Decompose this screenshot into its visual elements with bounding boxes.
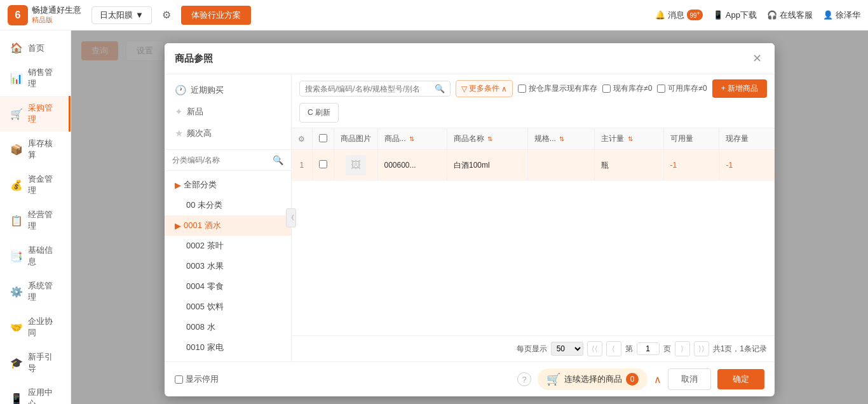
sidebar-item-4[interactable]: 💰资金管理: [0, 167, 71, 203]
th-unit[interactable]: 主计量 ⇅: [595, 128, 663, 150]
row-checkbox[interactable]: [319, 160, 327, 168]
filter-button[interactable]: ▽ 更多条件 ∧: [456, 80, 513, 97]
clock-icon: 🕐: [175, 84, 187, 96]
category-fruit[interactable]: 0003 水果: [165, 256, 291, 276]
page-number-input[interactable]: [637, 342, 660, 355]
category-search-input[interactable]: [172, 156, 269, 165]
sort-icon-code: ⇅: [409, 135, 414, 142]
sidebar-item-2[interactable]: 🛒采购管理: [0, 96, 71, 131]
product-table: ⚙ 商品图片 商品... ⇅ 商品名称: [292, 128, 775, 181]
product-table-container: ⚙ 商品图片 商品... ⇅ 商品名称: [292, 128, 775, 335]
search-icon[interactable]: 🔍: [435, 84, 445, 93]
sidebar-item-8[interactable]: 🤝企业协同: [0, 309, 71, 345]
nav-right: 🔔 消息 99+ 📱 App下载 🎧 在线客服 👤 徐泽华: [655, 10, 860, 21]
sort-icon-unit: ⇅: [628, 135, 633, 142]
logo-icon: 6: [8, 5, 28, 25]
category-all[interactable]: ▶ 全部分类: [165, 175, 291, 195]
th-available: 可用量: [663, 128, 719, 150]
notifications[interactable]: 🔔 消息 99+: [655, 10, 702, 21]
row-name: 白酒100ml: [447, 150, 527, 181]
row-stock: -1: [719, 150, 775, 181]
th-code[interactable]: 商品... ⇅: [377, 128, 447, 150]
th-spec[interactable]: 规格... ⇅: [527, 128, 594, 150]
customer-service[interactable]: 🎧 在线客服: [767, 10, 813, 21]
sidebar-icon-1: 📊: [10, 72, 23, 84]
sidebar-item-0[interactable]: 🏠首页: [0, 36, 71, 60]
sidebar-icon-9: 🎓: [10, 357, 23, 369]
category-uncategorized[interactable]: 00 未分类: [165, 195, 291, 215]
modal-footer: 显示停用 ? 🛒 连续选择的商品 0 ∧ 取消 确定: [165, 361, 775, 396]
product-search-input[interactable]: [305, 84, 432, 93]
last-page-button[interactable]: ⟩⟩: [694, 341, 709, 356]
row-num: 1: [292, 150, 312, 181]
user-icon: 👤: [823, 10, 833, 20]
sidebar-item-9[interactable]: 🎓新手引导: [0, 345, 71, 380]
sidebar-item-1[interactable]: 📊销售管理: [0, 60, 71, 96]
shortcut-frequent[interactable]: ★ 频次高: [165, 123, 291, 144]
help-button[interactable]: ?: [517, 372, 531, 386]
modal-close-button[interactable]: ✕: [749, 51, 764, 66]
left-panel: 🕐 近期购买 ✦ 新品 ★ 频次高: [165, 74, 292, 361]
modal-header: 商品参照 ✕: [165, 43, 775, 74]
sidebar-label-7: 系统管理: [28, 280, 60, 303]
category-drinks[interactable]: 0005 饮料: [165, 297, 291, 317]
category-liquor[interactable]: ▶ 0001 酒水: [165, 215, 291, 236]
collapse-footer-button[interactable]: ∧: [654, 374, 661, 386]
sidebar-icon-2: 🛒: [10, 108, 23, 120]
category-tea[interactable]: 0002 茶叶: [165, 236, 291, 256]
sidebar-item-5[interactable]: 📋经营管理: [0, 203, 71, 238]
sidebar-label-8: 企业协同: [28, 316, 60, 339]
category-water[interactable]: 0008 水: [165, 317, 291, 337]
nav-dropdown[interactable]: 日太阳膜 ▼: [92, 6, 152, 24]
category-appliances[interactable]: 0010 家电: [165, 337, 291, 358]
sidebar-item-6[interactable]: 📑基础信息: [0, 238, 71, 274]
filter-icon: ▽: [461, 84, 467, 93]
select-all-checkbox[interactable]: [319, 134, 327, 142]
sidebar-item-10[interactable]: 📱应用中心: [0, 380, 71, 404]
logo-text: 畅捷通好生意 精品版: [32, 5, 81, 25]
cart-area[interactable]: 🛒 连续选择的商品 0: [538, 368, 648, 390]
shortcut-new[interactable]: ✦ 新品: [165, 101, 291, 123]
sidebar-label-5: 经营管理: [28, 209, 60, 232]
per-page-select[interactable]: 50 20 100: [551, 342, 583, 356]
toolbar: 🔍 ▽ 更多条件 ∧ 按仓库显示现有库存: [292, 74, 775, 128]
category-snacks[interactable]: 0004 零食: [165, 276, 291, 297]
th-name[interactable]: 商品名称 ⇅: [447, 128, 527, 150]
collapse-panel-button[interactable]: 《: [286, 208, 296, 227]
main-layout: 🏠首页📊销售管理🛒采购管理📦库存核算💰资金管理📋经营管理📑基础信息⚙️系统管理🤝…: [0, 30, 868, 404]
app-download[interactable]: 📱 App下载: [713, 10, 757, 21]
cart-icon: 🛒: [546, 372, 560, 386]
top-nav: 6 畅捷通好生意 精品版 日太阳膜 ▼ ⚙ 体验行业方案 🔔 消息 99+ 📱 …: [0, 0, 868, 30]
cancel-button[interactable]: 取消: [668, 368, 711, 390]
trial-button[interactable]: 体验行业方案: [181, 6, 251, 25]
confirm-button[interactable]: 确定: [717, 369, 764, 389]
gear-icon[interactable]: ⚙: [157, 6, 176, 25]
available-stock-checkbox[interactable]: 现有库存≠0: [602, 83, 652, 94]
fire-icon: ★: [175, 128, 183, 139]
product-modal: 商品参照 ✕ 🕐 近期购买 ✦: [165, 43, 775, 396]
show-disabled-checkbox[interactable]: 显示停用: [175, 374, 219, 385]
main-content: 查询 设置 商品参照 ✕ 🕐: [71, 30, 868, 404]
next-page-button[interactable]: ⟩: [675, 341, 690, 356]
add-product-button[interactable]: + 新增商品: [712, 79, 767, 98]
prev-page-button[interactable]: ⟨: [606, 341, 621, 356]
usable-stock-checkbox[interactable]: 可用库存≠0: [657, 83, 707, 94]
sort-icon-name: ⇅: [487, 135, 492, 142]
sidebar-icon-10: 📱: [10, 393, 23, 405]
search-icon[interactable]: 🔍: [273, 155, 283, 165]
refresh-button[interactable]: C 刷新: [299, 103, 339, 123]
warehouse-display-checkbox[interactable]: 按仓库显示现有库存: [518, 83, 597, 94]
first-page-button[interactable]: ⟨⟨: [587, 341, 602, 356]
sidebar-item-7[interactable]: ⚙️系统管理: [0, 274, 71, 309]
table-row[interactable]: 1 🖼 000600... 白酒100ml 瓶: [292, 150, 775, 181]
th-settings[interactable]: ⚙: [292, 128, 312, 150]
shortcut-recent[interactable]: 🕐 近期购买: [165, 79, 291, 101]
th-checkbox[interactable]: [312, 128, 334, 150]
logo-area: 6 畅捷通好生意 精品版: [8, 5, 81, 25]
row-checkbox-cell[interactable]: [312, 150, 334, 181]
sidebar-label-9: 新手引导: [28, 351, 60, 374]
sidebar-label-6: 基础信息: [28, 245, 60, 267]
sidebar-item-3[interactable]: 📦库存核算: [0, 131, 71, 167]
product-search-box: 🔍: [299, 81, 451, 97]
user-avatar[interactable]: 👤 徐泽华: [823, 10, 860, 21]
